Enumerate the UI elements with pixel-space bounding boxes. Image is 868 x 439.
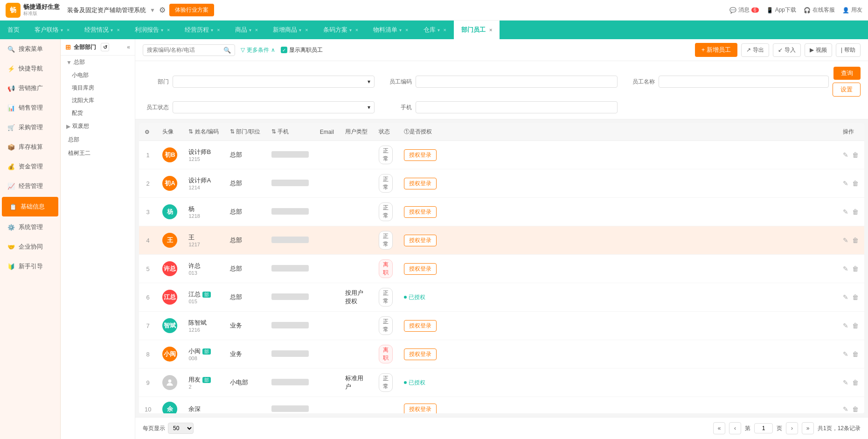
export-button[interactable]: ↗ 导出: [741, 43, 769, 57]
prev-page-btn[interactable]: ‹: [729, 422, 741, 434]
tab-employees[interactable]: 部门员工 ×: [454, 21, 500, 39]
tab-bom-close[interactable]: ×: [405, 27, 408, 33]
tab-new-goods-close[interactable]: ×: [305, 27, 308, 33]
emp-name-input[interactable]: [659, 76, 829, 88]
menu-item-marketing[interactable]: 📢 营销推广: [0, 78, 60, 98]
edit-icon[interactable]: ✎: [843, 237, 848, 244]
show-dimission-toggle[interactable]: ✓ 显示离职员工: [281, 46, 323, 54]
delete-icon[interactable]: 🗑: [852, 350, 859, 358]
last-page-btn[interactable]: »: [802, 422, 814, 434]
app-download-button[interactable]: 📱 App下载: [766, 6, 796, 14]
online-service-button[interactable]: 🎧 在线客服: [804, 6, 835, 14]
import-button[interactable]: ↙ 导入: [773, 43, 801, 57]
show-dimission-checkbox[interactable]: ✓: [281, 47, 287, 53]
col-name[interactable]: ⇅ 姓名/编码: [183, 123, 224, 141]
dept-node-project[interactable]: 项目库房: [61, 82, 135, 94]
dept-node-small-electric[interactable]: 小电部: [61, 69, 135, 82]
menu-item-system[interactable]: ⚙️ 系统管理: [0, 217, 60, 237]
emp-status-select[interactable]: ▾: [173, 101, 375, 113]
dept-node-shenyang[interactable]: 沈阳大库: [61, 94, 135, 107]
edit-icon[interactable]: ✎: [843, 405, 848, 413]
dropdown-arrow[interactable]: ▼: [150, 7, 155, 14]
next-page-btn[interactable]: ›: [786, 422, 798, 434]
tab-barcode-close[interactable]: ×: [355, 27, 358, 33]
edit-icon[interactable]: ✎: [843, 180, 848, 187]
per-page-select[interactable]: 50 100 200: [168, 423, 194, 434]
edit-icon[interactable]: ✎: [843, 293, 848, 301]
search-icon[interactable]: 🔍: [223, 47, 231, 54]
auth-button[interactable]: 授权登录: [404, 149, 437, 161]
delete-icon[interactable]: 🗑: [852, 208, 859, 216]
page-input[interactable]: [754, 423, 773, 433]
help-button[interactable]: | 帮助: [836, 43, 861, 57]
auth-button[interactable]: 授权登录: [404, 348, 437, 360]
tab-goods-close[interactable]: ×: [255, 27, 258, 33]
dept-node-zongbu-parent[interactable]: ▼ 总部: [61, 56, 135, 69]
delete-icon[interactable]: 🗑: [852, 180, 859, 187]
emp-code-input[interactable]: [416, 76, 618, 88]
tab-customer[interactable]: 客户联络 ▾ ×: [27, 21, 77, 39]
auth-button[interactable]: 授权登录: [404, 178, 437, 189]
delete-icon[interactable]: 🗑: [852, 322, 859, 329]
menu-item-basic[interactable]: 📋 基础信息: [2, 197, 58, 216]
auth-button[interactable]: 授权登录: [404, 320, 437, 332]
dept-node-double[interactable]: ▶ 双废想: [61, 119, 135, 133]
delete-icon[interactable]: 🗑: [852, 265, 859, 272]
menu-item-quick[interactable]: ⚡ 快捷导航: [0, 59, 60, 78]
auth-button[interactable]: 授权登录: [404, 263, 437, 275]
delete-icon[interactable]: 🗑: [852, 151, 859, 159]
tab-employees-close[interactable]: ×: [489, 27, 492, 33]
tab-new-goods[interactable]: 新增商品 ▾ ×: [265, 21, 315, 39]
view-button[interactable]: ▶ 视频: [805, 43, 832, 57]
auth-button[interactable]: 授权登录: [404, 404, 437, 414]
first-page-btn[interactable]: «: [713, 422, 725, 434]
edit-icon[interactable]: ✎: [843, 208, 848, 216]
edit-icon[interactable]: ✎: [843, 350, 848, 358]
dept-filter-select[interactable]: ▾: [173, 76, 375, 88]
tab-bom[interactable]: 物料清单 ▾ ×: [366, 21, 416, 39]
tab-history-close[interactable]: ×: [217, 27, 220, 33]
delete-icon[interactable]: 🗑: [852, 237, 859, 244]
more-filter-btn[interactable]: ▽ 更多条件 ∧: [241, 46, 275, 54]
menu-item-finance[interactable]: 💰 资金管理: [0, 157, 60, 176]
edit-icon[interactable]: ✎: [843, 322, 848, 329]
tab-operation[interactable]: 经营情况 ▾ ×: [77, 21, 127, 39]
tab-goods[interactable]: 商品 ▾ ×: [228, 21, 265, 39]
menu-item-inventory[interactable]: 📦 库存核算: [0, 137, 60, 157]
menu-item-search[interactable]: 🔍 搜索菜单: [0, 39, 60, 59]
tab-warehouse-close[interactable]: ×: [444, 27, 446, 33]
tab-customer-close[interactable]: ×: [67, 27, 69, 33]
message-button[interactable]: 💬 消息 6: [729, 6, 759, 14]
dept-refresh-btn[interactable]: ↺: [101, 43, 109, 51]
dept-node-peihu[interactable]: 配货: [61, 107, 135, 119]
set-button[interactable]: 设置: [833, 83, 861, 97]
col-settings[interactable]: ⚙: [139, 123, 157, 141]
menu-item-guide[interactable]: 🔰 新手引导: [0, 257, 60, 276]
tab-profit-close[interactable]: ×: [167, 27, 170, 33]
search-input[interactable]: [147, 47, 222, 53]
dept-node-zongbu[interactable]: 总部: [61, 133, 135, 146]
user-menu[interactable]: 👤 用友: [842, 6, 862, 14]
menu-item-operation[interactable]: 📈 经营管理: [0, 176, 60, 196]
tab-home[interactable]: 首页: [0, 21, 27, 39]
col-phone[interactable]: ⇅ 手机: [266, 123, 314, 141]
auth-button[interactable]: 授权登录: [404, 206, 437, 218]
trial-button[interactable]: 体验行业方案: [169, 4, 214, 16]
tab-barcode[interactable]: 条码方案 ▾ ×: [316, 21, 366, 39]
dept-collapse-btn[interactable]: «: [127, 44, 130, 50]
delete-icon[interactable]: 🗑: [852, 405, 859, 413]
tab-profit[interactable]: 利润报告 ▾ ×: [127, 21, 177, 39]
tab-warehouse[interactable]: 仓库 ▾ ×: [416, 21, 454, 39]
edit-icon[interactable]: ✎: [843, 379, 848, 386]
menu-item-sales[interactable]: 📊 销售管理: [0, 98, 60, 118]
menu-item-purchase[interactable]: 🛒 采购管理: [0, 118, 60, 137]
tab-history[interactable]: 经营历程 ▾ ×: [177, 21, 227, 39]
settings-icon[interactable]: ⚙: [159, 6, 166, 14]
col-dept[interactable]: ⇅ 部门/职位: [224, 123, 266, 141]
auth-button[interactable]: 授权登录: [404, 235, 437, 246]
phone-input[interactable]: [416, 101, 618, 113]
menu-item-collab[interactable]: 🤝 企业协同: [0, 237, 60, 257]
tab-operation-close[interactable]: ×: [117, 27, 119, 33]
delete-icon[interactable]: 🗑: [852, 293, 859, 301]
dept-node-zhishu[interactable]: 植树王二: [61, 146, 135, 160]
